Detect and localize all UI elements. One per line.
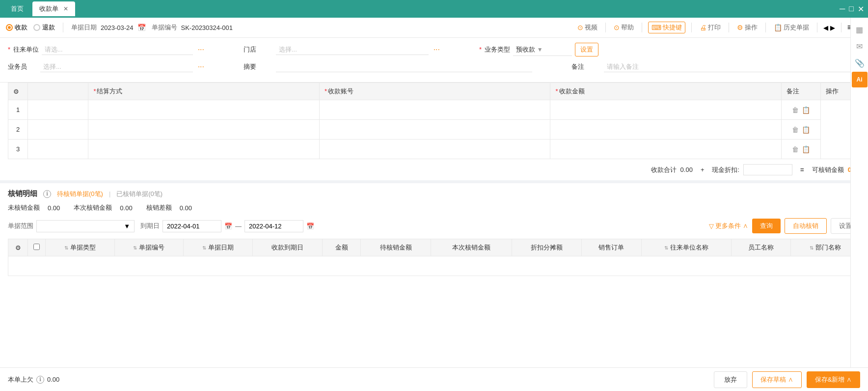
row-3-delete-icon[interactable]: 🗑 [792, 145, 799, 153]
filter-left: 单据范围 ▼ 到期日 📅 — 📅 [8, 220, 314, 232]
col-note: 备注 [782, 83, 821, 100]
date-label: 单据日期 [71, 23, 97, 32]
doc-range-select[interactable]: ▼ [36, 220, 135, 232]
wt-gear-col[interactable]: ⚙ [8, 239, 28, 256]
staff-field: 业务员 ··· [8, 61, 204, 72]
query-button[interactable]: 查询 [752, 219, 781, 233]
staff-input[interactable] [40, 61, 193, 72]
auto-writeoff-button[interactable]: 自动核销 [785, 218, 827, 234]
calendar-to-icon[interactable]: 📅 [306, 223, 314, 230]
note-input[interactable] [604, 61, 860, 72]
row-2-num: 2 [8, 120, 28, 140]
sep8 [841, 23, 841, 32]
row-2-delete-icon[interactable]: 🗑 [792, 126, 799, 134]
save-new-button[interactable]: 保存&新增 ∧ [807, 371, 860, 388]
row-1-note[interactable] [550, 100, 782, 120]
print-btn[interactable]: 🖨 打印 [698, 22, 723, 33]
discard-button[interactable]: 放弃 [714, 371, 747, 388]
row-1-amount[interactable] [319, 100, 550, 120]
partner-input[interactable] [42, 44, 193, 55]
row-1-settlement[interactable] [28, 100, 88, 120]
tab-receipt-label: 收款单 [39, 5, 58, 12]
nav-prev-icon[interactable]: ◀ [823, 24, 828, 31]
sep3 [642, 23, 642, 32]
calendar-from-icon[interactable]: 📅 [224, 223, 232, 230]
tab-pending[interactable]: 待核销单据(0笔) [57, 190, 103, 198]
row-3-account[interactable] [88, 140, 320, 159]
shortcut-btn[interactable]: ⌨ 快捷键 [648, 22, 685, 33]
row-2-note[interactable] [550, 120, 782, 140]
wt-sales-order: 销售订单 [582, 239, 641, 256]
radio-refund[interactable]: 退款 [33, 23, 55, 32]
total-equals: = [800, 166, 804, 173]
row-1-delete-icon[interactable]: 🗑 [792, 106, 799, 114]
col-settlement: *结算方式 [88, 83, 320, 100]
history-btn[interactable]: 📋 历史单据 [772, 22, 811, 33]
tab-bar: 首页 收款单 ✕ ─ □ ✕ [0, 0, 868, 18]
wt-pending: 待核销金额 [361, 239, 431, 256]
nav-arrows: ◀ ▶ [823, 24, 835, 31]
row-2-amount[interactable] [319, 120, 550, 140]
nav-next-icon[interactable]: ▶ [830, 24, 835, 31]
save-draft-button[interactable]: 保存草稿 ∧ [752, 371, 802, 388]
summary-input[interactable] [276, 61, 532, 72]
writeoff-title: 核销明细 [8, 189, 37, 198]
doc-num-group: 单据编号 SK-20230324-001 [152, 23, 233, 32]
writeoff-header: 核销明细 ℹ 待核销单据(0笔) | 已核销单据(0笔) [8, 189, 860, 198]
help-btn[interactable]: ⊙ 帮助 [612, 22, 636, 33]
row-1-account[interactable] [88, 100, 320, 120]
select-all-checkbox[interactable] [33, 244, 40, 250]
sidebar-clip-icon[interactable]: 📎 [852, 55, 868, 71]
shortcut-label: 快捷键 [663, 23, 682, 32]
sidebar-msg-icon[interactable]: ✉ [852, 38, 868, 54]
sidebar-table-icon[interactable]: ▦ [852, 22, 868, 37]
tab-receipt[interactable]: 收款单 ✕ [32, 1, 75, 16]
video-btn[interactable]: ⊙ 视频 [575, 22, 599, 33]
wt-staff-name: 员工名称 [732, 239, 791, 256]
row-2-settlement[interactable] [28, 120, 88, 140]
shortcut-icon: ⌨ [651, 24, 661, 31]
calendar-icon[interactable]: 📅 [137, 24, 146, 31]
date-to-input[interactable] [244, 220, 303, 232]
sidebar-ai-icon[interactable]: Ai [852, 72, 868, 87]
row-3-settlement[interactable] [28, 140, 88, 159]
row-1-actions: 🗑 📋 [782, 100, 821, 120]
store-input[interactable] [276, 44, 429, 55]
video-label: 视频 [585, 23, 597, 32]
row-2-copy-icon[interactable]: 📋 [802, 126, 810, 134]
discount-input[interactable] [743, 164, 792, 175]
settings-button[interactable]: 设置 [575, 43, 598, 56]
window-close-icon[interactable]: ✕ [858, 4, 864, 14]
table-gear-header[interactable]: ⚙ [8, 83, 28, 100]
biz-type-select[interactable]: 预收款 ▼ [513, 44, 572, 56]
sep6 [765, 23, 766, 32]
writeoff-table: ⚙ ⇅ 单据类型 ⇅ 单据编号 ⇅ 单据日期 收款到期日 金额 待核销金额 本次… [8, 239, 860, 276]
staff-more-btn[interactable]: ··· [198, 62, 204, 71]
store-more-btn[interactable]: ··· [434, 45, 440, 54]
row-3-note[interactable] [550, 140, 782, 159]
tab-close-icon[interactable]: ✕ [63, 5, 68, 12]
required-star-biz: * [479, 46, 482, 53]
row-3-amount[interactable] [319, 140, 550, 159]
row-2-account[interactable] [88, 120, 320, 140]
wt-amount: 金额 [323, 239, 361, 256]
prev-info-icon[interactable]: ℹ [36, 376, 44, 384]
tab-done[interactable]: 已核销单据(0笔) [116, 190, 163, 198]
writeoff-table-row [8, 256, 860, 276]
row-1-copy-icon[interactable]: 📋 [802, 106, 810, 114]
tab-home[interactable]: 首页 [4, 1, 30, 16]
writeoff-info-icon[interactable]: ℹ [43, 190, 51, 198]
stat-uncanceled-val: 0.00 [48, 204, 60, 212]
bottom-right: 放弃 保存草稿 ∧ 保存&新增 ∧ [714, 371, 860, 388]
row-3-copy-icon[interactable]: 📋 [802, 145, 810, 153]
radio-receipt[interactable]: 收款 [6, 23, 27, 32]
operation-btn[interactable]: ⚙ 操作 [735, 22, 760, 33]
wt-check-col[interactable] [28, 239, 46, 256]
minimize-icon[interactable]: ─ [840, 4, 845, 13]
maximize-icon[interactable]: □ [849, 4, 854, 13]
date-from-input[interactable] [163, 220, 221, 232]
more-conditions-btn[interactable]: ▽ 更多条件 ∧ [709, 222, 748, 230]
prev-value: 0.00 [47, 376, 59, 383]
partner-more-btn[interactable]: ··· [198, 45, 204, 54]
due-date-filter: 到期日 📅 — 📅 [140, 220, 314, 232]
